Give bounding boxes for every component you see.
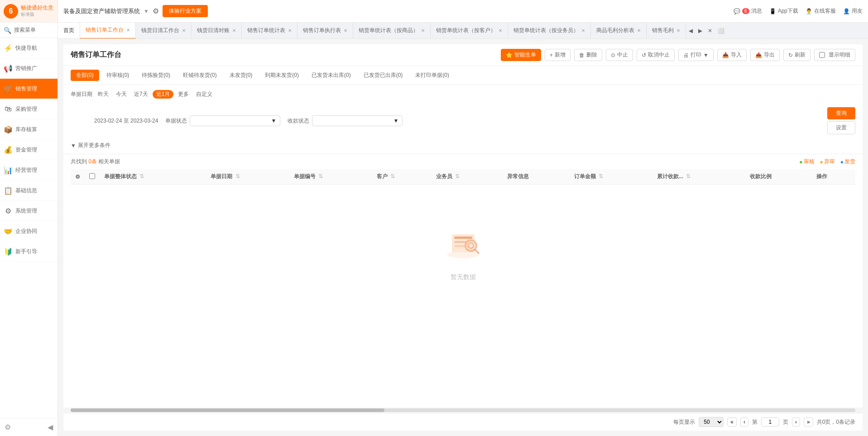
cancel-review-btn[interactable]: ● 弃审 (820, 158, 835, 166)
scroll-bar-area[interactable] (63, 408, 863, 413)
payment-select[interactable]: ▼ (312, 115, 403, 126)
sort-icon-staff[interactable]: ⇅ (455, 173, 460, 180)
expand-more-btn[interactable]: ▼ 展开更多条件 (71, 142, 855, 149)
sub-tab-all[interactable]: 全部(0) (71, 70, 99, 81)
tab-sales-stats-table[interactable]: 销售订单统计表✕ (242, 23, 297, 39)
sidebar-item-marketing[interactable]: 📢 营销推广 (0, 58, 58, 79)
col-checkbox[interactable] (85, 169, 100, 185)
sort-icon-status[interactable]: ⇅ (139, 173, 144, 180)
tab-close-sales-stats-customer[interactable]: ✕ (499, 28, 502, 33)
date-option-yesterday[interactable]: 昨天 (95, 90, 111, 99)
sidebar-item-base[interactable]: 📋 基础信息 (0, 180, 58, 201)
col-settings[interactable]: ⚙ (71, 169, 85, 185)
date-option-custom[interactable]: 自定义 (193, 90, 215, 99)
tab-sales-stats-product[interactable]: 销货单统计表（按商品）✕ (353, 23, 431, 39)
corp-icon: 🤝 (4, 227, 13, 236)
topbar-settings-icon[interactable]: ⚙ (153, 7, 159, 15)
tab-sales-profit[interactable]: 销售毛利✕ (647, 23, 686, 39)
first-page-btn[interactable]: « (727, 417, 737, 427)
sidebar-item-system[interactable]: ⚙ 系统管理 (0, 201, 58, 221)
sidebar-item-finance[interactable]: 💰 资金管理 (0, 140, 58, 160)
page-input[interactable] (761, 417, 779, 427)
sub-tab-not-shipped[interactable]: 未发货(0) (224, 70, 258, 81)
tab-nav-next[interactable]: ▶ (695, 23, 705, 39)
online-service-btn[interactable]: 👨‍💼 在线客服 (806, 7, 836, 15)
sub-tab-shipped-not-warehoused[interactable]: 已发货未出库(0) (306, 70, 356, 81)
sub-tab-wangpu-pending[interactable]: 旺铺待发货(0) (177, 70, 222, 81)
sort-icon-number[interactable]: ⇅ (318, 173, 323, 180)
print-btn[interactable]: 🖨 打印 ▼ (678, 49, 714, 61)
sub-tab-pending-review[interactable]: 待审核(0) (101, 70, 135, 81)
sort-icon-collected[interactable]: ⇅ (686, 173, 691, 180)
sidebar-item-operation[interactable]: 📊 经营管理 (0, 160, 58, 180)
sort-icon-amount[interactable]: ⇅ (599, 173, 603, 180)
select-all-checkbox[interactable] (89, 173, 95, 179)
tab-close-cash-daily[interactable]: ✕ (182, 28, 186, 33)
sidebar-item-inventory[interactable]: 📦 库存核算 (0, 119, 58, 140)
scroll-thumb[interactable] (71, 408, 384, 412)
next-page-btn[interactable]: › (792, 417, 800, 427)
tab-product-margin[interactable]: 商品毛利分析表✕ (591, 23, 647, 39)
ship-action-btn[interactable]: ● 发货 (840, 158, 855, 166)
collapse-icon[interactable]: ◀ (48, 423, 53, 431)
filter-settings-btn[interactable]: 设置 (827, 121, 855, 134)
query-btn[interactable]: 查询 (827, 107, 855, 119)
import-btn[interactable]: 📥 导入 (717, 49, 747, 61)
stop-btn[interactable]: ⊙ 中止 (606, 49, 633, 61)
sort-icon-customer[interactable]: ⇅ (390, 173, 395, 180)
tab-close-sales-stats-table[interactable]: ✕ (288, 28, 292, 33)
tab-nav-prev[interactable]: ◀ (686, 23, 695, 39)
tab-sales-exec-table[interactable]: 销售订单执行表✕ (297, 23, 353, 39)
tab-close-sales-stats-product[interactable]: ✕ (421, 28, 425, 33)
date-option-last7[interactable]: 近7天 (131, 90, 151, 99)
tab-sales-stats-customer[interactable]: 销货单统计表（按客户）✕ (431, 23, 508, 39)
add-btn[interactable]: + 新增 (545, 49, 571, 61)
message-btn[interactable]: 💬 6 消息 (734, 7, 762, 15)
sidebar-item-guide[interactable]: 🔰 新手引导 (0, 242, 58, 262)
cancel-stop-btn[interactable]: ↺ 取消中止 (637, 49, 675, 61)
trial-button[interactable]: 体验行业方案 (163, 5, 208, 17)
smart-create-btn[interactable]: ⭐ 智能生单 (501, 49, 541, 61)
tab-cash-reconcile[interactable]: 钱货日清对账✕ (192, 23, 242, 39)
tab-close-sales-stats-staff[interactable]: ✕ (581, 28, 585, 33)
sub-tab-pending-inspect[interactable]: 待拣验货(0) (136, 70, 176, 81)
sidebar-item-corp[interactable]: 🤝 企业协同 (0, 221, 58, 242)
export-btn[interactable]: 📤 导出 (750, 49, 780, 61)
tab-sales-stats-staff[interactable]: 销货单统计表（按业务员）✕ (508, 23, 591, 39)
tab-close-sales-exec-table[interactable]: ✕ (344, 28, 347, 33)
tab-cash-daily[interactable]: 钱货日清工作台✕ (136, 23, 192, 39)
refresh-btn[interactable]: ↻ 刷新 (783, 49, 810, 61)
sidebar-item-purchase[interactable]: 🛍 采购管理 (0, 99, 58, 119)
app-download-btn[interactable]: 📱 App下载 (769, 7, 798, 15)
sidebar-search[interactable]: 🔍 搜索菜单 (0, 23, 58, 38)
tab-home[interactable]: 首页 (58, 23, 80, 39)
last-page-btn[interactable]: » (804, 417, 813, 427)
sub-tab-shipped-warehoused[interactable]: 已发货已出库(0) (358, 70, 408, 81)
tab-sales-order-workbench[interactable]: 销售订单工作台✕ (80, 23, 136, 39)
status-select[interactable]: ▼ (190, 115, 280, 126)
date-option-today[interactable]: 今天 (113, 90, 129, 99)
tab-close-all[interactable]: ✕ (705, 23, 715, 39)
sidebar-item-sales[interactable]: 🛒 销售管理 (0, 79, 58, 99)
show-detail-checkbox-label[interactable]: 显示明细 (814, 49, 855, 61)
sidebar-item-quick-nav[interactable]: ⚡ 快捷导航 (0, 38, 58, 58)
tab-close-cash-reconcile[interactable]: ✕ (232, 28, 236, 33)
sub-tab-not-printed[interactable]: 未打印单据(0) (410, 70, 455, 81)
review-btn[interactable]: ● 审核 (799, 158, 814, 166)
show-detail-checkbox[interactable] (819, 52, 825, 58)
tab-close-sales-order-workbench[interactable]: ✕ (126, 28, 130, 33)
per-page-select[interactable]: 50 10 20 100 (699, 417, 724, 427)
tab-maximize[interactable]: ⬜ (715, 23, 727, 39)
expand-icon[interactable]: ▼ (144, 8, 149, 14)
user-menu[interactable]: 👤 用友 (843, 7, 863, 15)
delete-btn[interactable]: 🗑 删除 (574, 49, 602, 61)
tab-close-sales-profit[interactable]: ✕ (676, 28, 680, 33)
date-option-more[interactable]: 更多 (175, 90, 192, 99)
sort-icon-date[interactable]: ⇅ (235, 173, 240, 180)
tab-close-product-margin[interactable]: ✕ (637, 28, 641, 33)
prev-page-btn[interactable]: ‹ (740, 417, 748, 427)
sub-tab-expired-not-shipped[interactable]: 到期未发货(0) (259, 70, 304, 81)
settings-icon[interactable]: ⚙ (5, 423, 11, 431)
scroll-bar[interactable] (71, 408, 855, 412)
date-option-last1month[interactable]: 近1月 (153, 90, 174, 99)
